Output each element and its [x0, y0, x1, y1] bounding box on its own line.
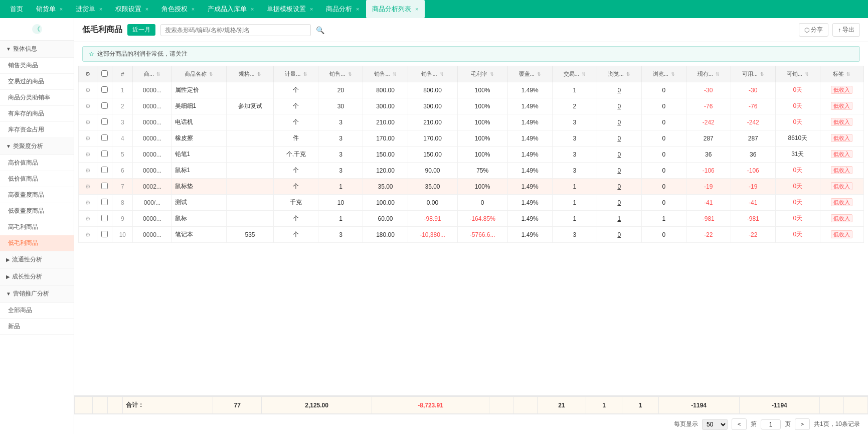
row-checkbox-cell[interactable]: [97, 82, 112, 98]
row-views1[interactable]: 0: [597, 82, 641, 98]
sidebar-item-all-products[interactable]: 全部商品: [0, 303, 74, 319]
row-checkbox-cell[interactable]: [97, 211, 112, 227]
date-filter-button[interactable]: 近一月: [127, 24, 155, 36]
column-sales-qty[interactable]: 销售... ⇅: [318, 66, 363, 82]
close-icon[interactable]: ×: [251, 6, 254, 12]
nav-product-entry[interactable]: 产成品入库单 ×: [202, 0, 260, 18]
row-checkbox[interactable]: [101, 118, 108, 125]
close-icon[interactable]: ×: [356, 6, 359, 12]
sidebar-item-new-products[interactable]: 新品: [0, 319, 74, 335]
row-views1[interactable]: 0: [597, 163, 641, 179]
column-transactions[interactable]: 交易... ⇅: [552, 66, 597, 82]
row-checkbox[interactable]: [101, 199, 108, 205]
sidebar-collapse-button[interactable]: 《: [32, 24, 42, 34]
sidebar-item-high-value[interactable]: 高价值商品: [0, 155, 74, 171]
column-sales-profit[interactable]: 销售... ⇅: [408, 66, 457, 82]
views1-link[interactable]: 0: [617, 119, 621, 126]
share-button[interactable]: ⬡ 分享: [799, 23, 828, 37]
close-icon[interactable]: ×: [310, 6, 313, 12]
close-icon[interactable]: ×: [99, 6, 102, 12]
row-checkbox[interactable]: [101, 231, 108, 237]
nav-permissions[interactable]: 权限设置 ×: [109, 0, 154, 18]
row-views1[interactable]: 0: [597, 195, 641, 211]
row-views1[interactable]: 0: [597, 147, 641, 163]
column-views1[interactable]: 浏览... ⇅: [597, 66, 641, 82]
views1-link[interactable]: 0: [617, 199, 621, 206]
nav-role-auth[interactable]: 角色授权 ×: [155, 0, 201, 18]
sidebar-group-growth[interactable]: ▶ 成长性分析: [0, 268, 74, 285]
sidebar-group-cluster[interactable]: ▼ 类聚度分析: [0, 138, 74, 155]
row-checkbox[interactable]: [101, 151, 108, 157]
row-settings[interactable]: ⚙: [79, 211, 97, 227]
row-checkbox[interactable]: [101, 215, 108, 221]
sidebar-group-marketing[interactable]: ▼ 营销推广分析: [0, 285, 74, 303]
row-settings[interactable]: ⚙: [79, 227, 97, 243]
row-views1[interactable]: 0: [597, 114, 641, 130]
row-settings[interactable]: ⚙: [79, 114, 97, 130]
close-icon[interactable]: ×: [145, 6, 148, 12]
row-checkbox[interactable]: [101, 183, 108, 189]
row-views1[interactable]: 0: [597, 98, 641, 114]
nav-product-analysis-list[interactable]: 商品分析列表 ×: [366, 0, 424, 18]
column-stock[interactable]: 现有... ⇅: [686, 66, 731, 82]
export-button[interactable]: ↑ 导出: [832, 23, 860, 37]
views1-link[interactable]: 1: [617, 215, 621, 222]
row-checkbox-cell[interactable]: [97, 130, 112, 147]
row-checkbox[interactable]: [101, 86, 108, 93]
row-checkbox-cell[interactable]: [97, 179, 112, 195]
row-checkbox[interactable]: [101, 167, 108, 173]
row-settings[interactable]: ⚙: [79, 82, 97, 98]
sidebar-item-low-coverage[interactable]: 低覆盖度商品: [0, 203, 74, 219]
sidebar-item-high-margin[interactable]: 高毛利商品: [0, 219, 74, 235]
row-checkbox-cell[interactable]: [97, 114, 112, 130]
row-checkbox-cell[interactable]: [97, 147, 112, 163]
sidebar-item-low-margin[interactable]: 低毛利商品: [0, 235, 74, 251]
sidebar-group-overall[interactable]: ▼ 整体信息: [0, 41, 74, 58]
views1-link[interactable]: 0: [617, 103, 621, 110]
row-settings[interactable]: ⚙: [79, 195, 97, 211]
prev-page-button[interactable]: ＜: [732, 418, 747, 430]
row-settings[interactable]: ⚙: [79, 163, 97, 179]
column-product-name[interactable]: 商品名称 ⇅: [171, 66, 226, 82]
row-checkbox[interactable]: [101, 102, 108, 109]
search-button[interactable]: 🔍: [316, 26, 324, 34]
sidebar-item-high-coverage[interactable]: 高覆盖度商品: [0, 187, 74, 203]
row-settings[interactable]: ⚙: [79, 179, 97, 195]
views1-link[interactable]: 0: [617, 87, 621, 94]
row-checkbox-cell[interactable]: [97, 227, 112, 243]
nav-product-analysis[interactable]: 商品分析 ×: [320, 0, 365, 18]
column-unit[interactable]: 计量... ⇅: [274, 66, 318, 82]
column-available[interactable]: 可用... ⇅: [731, 66, 775, 82]
row-settings[interactable]: ⚙: [79, 130, 97, 147]
nav-home[interactable]: 首页: [4, 0, 29, 18]
views1-link[interactable]: 0: [617, 135, 621, 142]
column-settings[interactable]: ⚙: [79, 66, 97, 82]
sidebar-group-circulation[interactable]: ▶ 流通性分析: [0, 251, 74, 268]
column-profit-rate[interactable]: 毛利率 ⇅: [457, 66, 507, 82]
select-all-checkbox[interactable]: [101, 70, 108, 77]
row-settings[interactable]: ⚙: [79, 147, 97, 163]
row-views1[interactable]: 0: [597, 130, 641, 147]
row-checkbox[interactable]: [101, 134, 108, 141]
nav-sales-order[interactable]: 销货单 ×: [30, 0, 69, 18]
views1-link[interactable]: 0: [617, 231, 621, 238]
page-size-select[interactable]: 50 20 100: [702, 419, 728, 430]
close-icon[interactable]: ×: [60, 6, 63, 12]
row-views1[interactable]: 0: [597, 179, 641, 195]
sidebar-item-inventory-products[interactable]: 有库存的商品: [0, 106, 74, 122]
views1-link[interactable]: 0: [617, 183, 621, 190]
close-icon[interactable]: ×: [192, 6, 195, 12]
column-coverage[interactable]: 覆盖... ⇅: [507, 66, 552, 82]
row-checkbox-cell[interactable]: [97, 163, 112, 179]
sidebar-item-capital-usage[interactable]: 库存资金占用: [0, 122, 74, 138]
page-number-input[interactable]: [761, 419, 781, 429]
column-tag[interactable]: 标签 ⇅: [820, 66, 863, 82]
row-checkbox-cell[interactable]: [97, 98, 112, 114]
close-icon[interactable]: ×: [415, 6, 418, 12]
search-input[interactable]: [160, 24, 311, 36]
column-saleable[interactable]: 可销... ⇅: [775, 66, 820, 82]
sidebar-item-sales-products[interactable]: 销售类商品: [0, 58, 74, 74]
nav-template[interactable]: 单据模板设置 ×: [261, 0, 319, 18]
sidebar-item-category-rate[interactable]: 商品分类助销率: [0, 90, 74, 106]
column-views2[interactable]: 浏览... ⇅: [641, 66, 686, 82]
